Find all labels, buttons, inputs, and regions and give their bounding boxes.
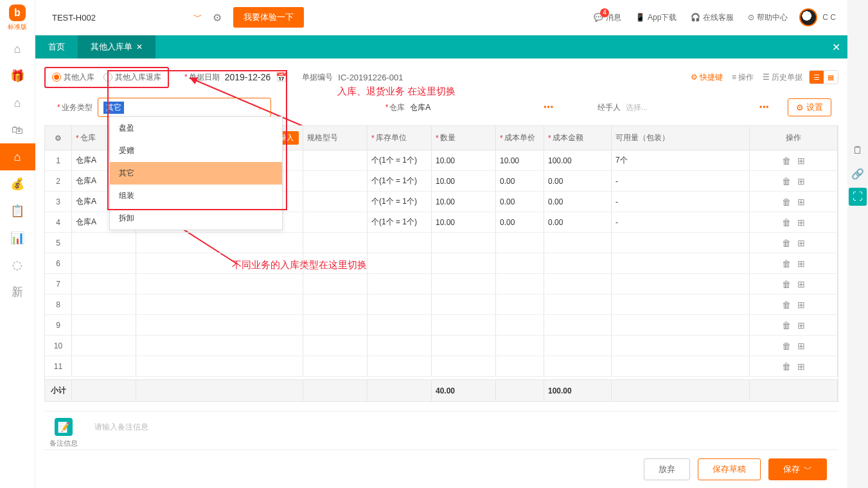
cell-warehouse[interactable] [72,233,136,253]
cell-unit[interactable] [368,253,432,273]
help-center-link[interactable]: ⊙ 帮助中心 [748,12,788,23]
more-icon[interactable]: ••• [544,103,554,112]
org-selector[interactable]: TEST-H002 ﹀ [47,7,208,28]
cell-price[interactable] [496,294,544,314]
cell-spec[interactable] [303,192,368,212]
cell-unit[interactable]: 个(1个 = 1个) [368,212,432,232]
cell-amt[interactable] [544,356,612,376]
cell-spec[interactable] [303,315,368,335]
copy-icon[interactable]: ⊞ [797,341,805,351]
cell-price[interactable] [496,253,544,273]
cell-spec[interactable] [303,274,368,294]
discard-button[interactable]: 放弃 [644,458,690,480]
table-row[interactable]: 6🗑⊞ [45,253,838,274]
cell-spec[interactable] [303,171,368,191]
delete-icon[interactable]: 🗑 [782,300,791,310]
table-row[interactable]: 8🗑⊞ [45,294,838,315]
dropdown-item[interactable]: 组装 [110,185,282,207]
cell-spec[interactable] [303,150,368,170]
cell-product[interactable] [136,253,303,273]
avatar[interactable] [799,8,817,26]
cell-spec[interactable] [303,356,368,376]
col-gear[interactable]: ⚙ [45,126,72,150]
copy-icon[interactable]: ⊞ [797,361,805,372]
cell-warehouse[interactable] [72,253,136,273]
cell-spec[interactable] [303,212,368,232]
cell-amt[interactable] [544,315,612,335]
cell-product[interactable] [136,336,303,356]
cell-unit[interactable] [368,356,432,376]
cell-price[interactable] [496,356,544,376]
cell-product[interactable] [136,356,303,376]
cell-unit[interactable] [368,233,432,253]
cell-unit[interactable] [368,336,432,356]
cell-amt[interactable]: 0.00 [544,212,612,232]
table-row[interactable]: 11🗑⊞ [45,356,838,377]
remarks-input[interactable]: 请输入备注信息 [94,418,838,449]
calendar-icon[interactable]: 📅 [276,72,287,82]
cell-spec[interactable] [303,233,368,253]
cell-qty[interactable] [432,315,496,335]
view-list-icon[interactable]: ☰ [810,71,824,84]
cell-amt[interactable] [544,233,612,253]
nav-bag-icon[interactable]: 🛍 [0,116,35,143]
copy-icon[interactable]: ⊞ [797,279,805,289]
cell-amt[interactable] [544,253,612,273]
cell-price[interactable]: 0.00 [496,171,544,191]
close-icon[interactable]: ✕ [136,42,143,51]
tab-home[interactable]: 首页 [35,35,78,59]
messages-link[interactable]: 💬 消息 4 [594,12,621,23]
cell-qty[interactable] [432,336,496,356]
cell-unit[interactable]: 个(1个 = 1个) [368,150,432,170]
radio-return[interactable]: 其他入库退库 [103,72,161,83]
nav-gift-icon[interactable]: 🎁 [0,62,35,89]
dropdown-item[interactable]: 受赠 [110,140,282,162]
customer-service-link[interactable]: 🎧 在线客服 [691,12,734,23]
cell-unit[interactable] [368,274,432,294]
cell-warehouse[interactable] [72,315,136,335]
table-row[interactable]: 7🗑⊞ [45,274,838,294]
cell-warehouse[interactable] [72,356,136,376]
copy-icon[interactable]: ⊞ [797,217,805,228]
cell-spec[interactable] [303,336,368,356]
more-icon[interactable]: ••• [759,103,770,112]
nav-house-icon[interactable]: ⌂ [0,89,35,116]
dropdown-item-selected[interactable]: 其它 [110,162,282,185]
biztype-select[interactable]: 其它 ﹀ [98,98,271,117]
delete-icon[interactable]: 🗑 [782,197,791,207]
nav-sync-icon[interactable]: ◌ [0,251,35,278]
save-button[interactable]: 保存﹀ [768,458,827,480]
save-draft-button[interactable]: 保存草稿 [698,458,761,480]
cell-spec[interactable] [303,294,368,314]
cell-price[interactable] [496,274,544,294]
cell-amt[interactable] [544,294,612,314]
cell-unit[interactable]: 个(1个 = 1个) [368,192,432,212]
cell-qty[interactable]: 10.00 [432,192,496,212]
nav-warehouse-icon[interactable]: ⌂ [0,143,35,170]
cell-qty[interactable] [432,233,496,253]
cell-qty[interactable] [432,253,496,273]
rail-link-icon[interactable]: 🔗 [849,165,867,183]
delete-icon[interactable]: 🗑 [782,341,791,351]
delete-icon[interactable]: 🗑 [782,320,791,330]
cell-qty[interactable] [432,274,496,294]
delete-icon[interactable]: 🗑 [782,279,791,289]
copy-icon[interactable]: ⊞ [797,238,805,248]
trial-button[interactable]: 我要体验一下 [233,7,304,28]
copy-icon[interactable]: ⊞ [797,258,805,269]
radio-inbound[interactable]: 其他入库 [52,72,94,83]
delete-icon[interactable]: 🗑 [782,258,791,269]
cell-unit[interactable]: 个(1个 = 1个) [368,171,432,191]
delete-icon[interactable]: 🗑 [782,217,791,228]
table-row[interactable]: 5🗑⊞ [45,233,838,253]
cell-price[interactable] [496,233,544,253]
cell-qty[interactable] [432,294,496,314]
cell-unit[interactable] [368,294,432,314]
cell-qty[interactable]: 10.00 [432,212,496,232]
operation-link[interactable]: ≡操作 [732,72,754,83]
copy-icon[interactable]: ⊞ [797,320,805,330]
table-row[interactable]: 10🗑⊞ [45,336,838,356]
cell-qty[interactable]: 10.00 [432,171,496,191]
settings-button[interactable]: ⚙设置 [788,98,831,116]
rail-note-icon[interactable]: 🗒 [849,141,867,159]
